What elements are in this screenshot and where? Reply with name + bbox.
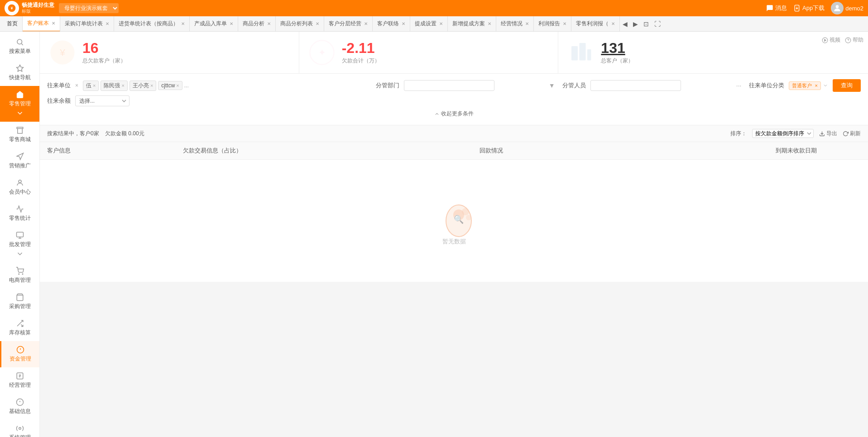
refresh-btn[interactable]: 刷新: [843, 130, 861, 138]
sidebar-item-purchase[interactable]: 采购管理: [0, 289, 39, 315]
tab-next[interactable]: ▶: [630, 19, 641, 28]
tab-customer-contact[interactable]: 客户联络 ✕: [373, 16, 410, 32]
dept-input[interactable]: [404, 80, 494, 91]
tab-close-purchase-order[interactable]: ✕: [106, 21, 109, 26]
sidebar: 搜索菜单 快捷导航 零售管理 零售商城 营销推广 会员中心: [0, 32, 40, 437]
sidebar-item-marketing[interactable]: 营销推广: [0, 148, 39, 174]
tab-operation[interactable]: 经营情况 ✕: [496, 16, 534, 32]
company-selector[interactable]: 母婴行业演示账套: [59, 3, 119, 13]
tab-profit-report[interactable]: 利润报告 ✕: [534, 16, 571, 32]
stat-block-amount: ✦ -2.11 欠款合计（万）: [299, 32, 559, 73]
svg-point-12: [19, 274, 19, 275]
sidebar-nav: 搜索菜单 快捷导航 零售管理 零售商城 营销推广 会员中心: [0, 32, 39, 437]
tab-close-product-analysis-list[interactable]: ✕: [316, 21, 319, 26]
sidebar-item-wholesale[interactable]: 批发管理: [0, 227, 39, 262]
filter-row-1: 往来单位 × 伍 × 陈民强 × 王小亮 ×: [47, 79, 861, 92]
dept-input-wrap: ▼: [404, 80, 558, 91]
tab-close-commission-settings[interactable]: ✕: [439, 21, 443, 26]
tab-close-incoming-stats[interactable]: ✕: [181, 21, 185, 26]
sidebar-item-members[interactable]: 会员中心: [0, 174, 39, 200]
video-help-btn[interactable]: 视频: [822, 36, 840, 44]
unit-label: 往来单位: [47, 81, 71, 90]
svg-point-4: [836, 5, 839, 8]
stat-icon-amount: ✦: [308, 39, 336, 66]
top-header: ¥ 畅捷通好生意 标版 母婴行业演示账套 消息 App下载 demo2: [0, 0, 868, 16]
sort-select[interactable]: 按欠款金额倒序排序: [752, 129, 814, 138]
svg-text:✦: ✦: [318, 48, 326, 57]
dept-label: 分管部门: [376, 81, 399, 90]
filter-tag-chen[interactable]: 陈民强 ×: [101, 81, 127, 91]
tab-close-operation[interactable]: ✕: [525, 21, 529, 26]
stat-label-customers: 总欠款客户（家）: [82, 57, 126, 65]
tab-close-new-commission[interactable]: ✕: [488, 21, 491, 26]
stat-label-total: 总客户（家）: [601, 57, 633, 65]
user-menu[interactable]: demo2: [831, 2, 863, 14]
stat-value-total: 131: [601, 41, 633, 55]
sidebar-item-retail[interactable]: 零售管理: [0, 86, 39, 122]
app-download-btn[interactable]: App下载: [793, 4, 825, 12]
filter-tag-wang[interactable]: 王小亮 ×: [129, 81, 156, 91]
tab-close-profit-report[interactable]: ✕: [563, 21, 566, 26]
query-btn[interactable]: 查询: [833, 79, 861, 92]
filter-tag-cjttcw[interactable]: cjttcw ×: [158, 81, 182, 90]
category-dropdown-icon[interactable]: [823, 83, 828, 88]
sidebar-item-finance[interactable]: 资金管理: [0, 341, 39, 367]
category-tag-close[interactable]: ×: [815, 83, 818, 88]
tab-prev[interactable]: ◀: [620, 19, 630, 28]
messages-btn[interactable]: 消息: [766, 4, 787, 12]
tab-close-product-entry[interactable]: ✕: [230, 21, 233, 26]
th-customer-info: 客户信息: [40, 142, 176, 159]
tab-commission-settings[interactable]: 提成设置 ✕: [410, 16, 448, 32]
export-btn[interactable]: 导出: [819, 130, 837, 138]
tab-home[interactable]: 首页: [2, 16, 23, 32]
sidebar-item-retail-stats[interactable]: 零售统计: [0, 200, 39, 227]
sidebar-item-shortcuts[interactable]: 快捷导航: [0, 60, 39, 86]
stat-icon-customers: ¥: [49, 39, 76, 66]
svg-text:🔍: 🔍: [454, 214, 464, 224]
tab-expand[interactable]: ⊡: [641, 19, 652, 28]
balance-select[interactable]: 选择...: [75, 95, 129, 106]
sidebar-item-retail-store[interactable]: 零售商城: [0, 122, 39, 148]
person-dots[interactable]: ···: [736, 82, 742, 89]
sidebar-item-basic-info[interactable]: 基础信息: [0, 394, 39, 420]
tab-product-entry[interactable]: 产成品入库单 ✕: [190, 16, 238, 32]
tab-close-customer-segment[interactable]: ✕: [364, 21, 368, 26]
filter-more[interactable]: ...: [184, 82, 189, 89]
tab-close-customer-contact[interactable]: ✕: [402, 21, 405, 26]
sidebar-item-system[interactable]: 系统管理: [0, 420, 39, 437]
help-btn[interactable]: 帮助: [845, 36, 863, 44]
person-input[interactable]: [590, 80, 681, 91]
tab-close-retail-profit[interactable]: ✕: [611, 21, 615, 26]
filter-tag-wu[interactable]: 伍 ×: [83, 81, 99, 91]
tab-product-analysis-list[interactable]: 商品分析列表 ✕: [276, 16, 324, 32]
stat-label-amount: 欠款合计（万）: [342, 57, 380, 65]
filter-tags: 伍 × 陈民强 × 王小亮 × cjttcw × ...: [83, 81, 371, 91]
svg-point-8: [19, 180, 21, 183]
sidebar-item-search[interactable]: 搜索菜单: [0, 33, 39, 60]
sidebar-item-inventory[interactable]: 库存核算: [0, 315, 39, 341]
tab-customer-ledger[interactable]: 客户账本 ✕: [23, 16, 60, 32]
dept-dots[interactable]: ▼: [549, 82, 555, 89]
th-debt-info: 欠款交易信息（占比）: [176, 142, 472, 159]
export-icon: [819, 131, 825, 137]
tab-customer-segment[interactable]: 客户分层经营 ✕: [324, 16, 373, 32]
svg-marker-7: [16, 65, 23, 71]
collapse-btn[interactable]: 收起更多条件: [434, 110, 474, 118]
tab-close-product-analysis[interactable]: ✕: [267, 21, 271, 26]
tab-product-analysis[interactable]: 商品分析 ✕: [238, 16, 276, 32]
sidebar-item-operation[interactable]: 经营管理: [0, 367, 39, 394]
svg-line-6: [21, 43, 23, 45]
tab-new-commission[interactable]: 新增提成方案 ✕: [448, 16, 496, 32]
logo-area: ¥ 畅捷通好生意 标版: [5, 1, 54, 15]
tab-incoming-stats[interactable]: 进货单统计表（按商品） ✕: [114, 16, 190, 32]
tab-close-customer-ledger[interactable]: ✕: [52, 21, 55, 26]
tab-purchase-order[interactable]: 采购订单统计表 ✕: [60, 16, 114, 32]
stat-icon-total: [567, 39, 595, 66]
person-input-wrap: ···: [590, 80, 744, 91]
balance-label: 往来余额: [47, 97, 71, 105]
tab-retail-profit[interactable]: 零售利润报（ ✕: [571, 16, 620, 32]
filter-row-2: 往来余额 选择...: [47, 95, 861, 106]
sidebar-item-ecommerce[interactable]: 电商管理: [0, 262, 39, 289]
tab-fullscreen[interactable]: ⛶: [652, 19, 663, 28]
content-area: ¥ 16 总欠款客户（家） ✦ -2.11 欠款合计: [40, 32, 868, 437]
